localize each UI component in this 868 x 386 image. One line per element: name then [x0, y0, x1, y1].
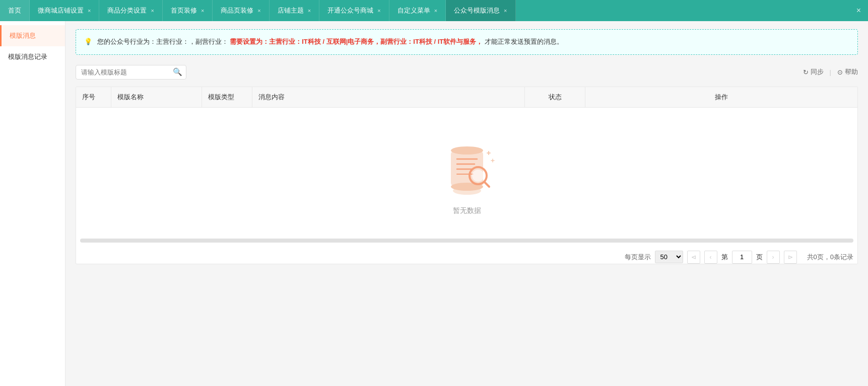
search-left: 🔍 [76, 65, 186, 80]
empty-state: 暂无数据 [76, 108, 857, 236]
scrollbar-area[interactable] [76, 236, 857, 246]
th-status: 状态 [525, 87, 585, 107]
search-input-wrap: 🔍 [76, 65, 186, 80]
nav-tab-template-msg[interactable]: 公众号模版消息 × [446, 0, 515, 21]
table-header: 序号 模版名称 模版类型 消息内容 状态 操作 [76, 87, 857, 108]
page-input[interactable] [732, 251, 752, 264]
scrollbar-track[interactable] [80, 239, 853, 243]
pagination-bar: 每页显示 50 10 20 100 ⊲ ‹ 第 页 › ⊳ 共0页，0条记录 [76, 246, 857, 264]
search-right: ↻ 同步 | ⊙ 帮助 [803, 67, 858, 76]
search-bar: 🔍 ↻ 同步 | ⊙ 帮助 [76, 65, 858, 80]
table-wrap: 序号 模版名称 模版类型 消息内容 状态 操作 [76, 87, 858, 264]
empty-illustration [437, 138, 497, 198]
page-next-button[interactable]: › [767, 251, 780, 264]
bulb-icon: 💡 [84, 38, 92, 45]
sync-button[interactable]: ↻ 同步 [803, 67, 824, 76]
close-all-tabs[interactable]: × [849, 6, 868, 15]
help-icon: ⊙ [837, 68, 843, 76]
svg-point-2 [451, 146, 483, 155]
nav-tab-home-decor[interactable]: 首页装修 × [163, 0, 213, 21]
nav-tab-store-settings[interactable]: 微商城店铺设置 × [30, 0, 99, 21]
nav-tab-home[interactable]: 首页 [0, 0, 30, 21]
close-tab-store-settings[interactable]: × [88, 8, 91, 14]
svg-line-10 [484, 182, 489, 187]
content-area: 💡 您的公众号行业为：主营行业：，副营行业： 需要设置为：主营行业：IT科技 /… [65, 21, 868, 386]
th-action: 操作 [585, 87, 857, 107]
help-button[interactable]: ⊙ 帮助 [837, 67, 858, 76]
close-tab-theme[interactable]: × [308, 8, 311, 14]
close-tab-custom-menu[interactable]: × [434, 8, 437, 14]
page-first-button[interactable]: ⊲ [687, 251, 700, 264]
page-size-select[interactable]: 50 10 20 100 [655, 251, 683, 263]
sidebar-item-template-msg-log[interactable]: 模版消息记录 [0, 46, 65, 67]
nav-tab-custom-menu[interactable]: 自定义菜单 × [389, 0, 446, 21]
page-prev-button[interactable]: ‹ [704, 251, 717, 264]
main-layout: 模版消息 模版消息记录 💡 您的公众号行业为：主营行业：，副营行业： 需要设置为… [0, 21, 868, 386]
search-input[interactable] [76, 65, 186, 80]
page-last-button[interactable]: ⊳ [784, 251, 797, 264]
close-tab-template-msg[interactable]: × [504, 8, 507, 14]
close-tab-open-mall[interactable]: × [377, 8, 380, 14]
th-seq: 序号 [76, 87, 111, 107]
search-icon[interactable]: 🔍 [173, 67, 182, 76]
divider: | [830, 68, 831, 76]
nav-tab-theme[interactable]: 店铺主题 × [270, 0, 319, 21]
close-tab-category[interactable]: × [151, 8, 154, 14]
empty-text: 暂无数据 [453, 206, 481, 215]
th-type: 模版类型 [202, 87, 252, 107]
close-tab-product-decor[interactable]: × [257, 8, 260, 14]
sidebar-item-template-msg[interactable]: 模版消息 [0, 25, 65, 46]
nav-tab-product-decor[interactable]: 商品页装修 × [213, 0, 269, 21]
sidebar: 模版消息 模版消息记录 [0, 21, 65, 386]
top-nav: 首页 微商城店铺设置 × 商品分类设置 × 首页装修 × 商品页装修 × 店铺主… [0, 0, 868, 21]
sync-icon: ↻ [803, 68, 809, 76]
th-name: 模版名称 [111, 87, 202, 107]
notice-box: 💡 您的公众号行业为：主营行业：，副营行业： 需要设置为：主营行业：IT科技 /… [76, 29, 858, 55]
nav-tab-category-settings[interactable]: 商品分类设置 × [99, 0, 162, 21]
close-tab-home-decor[interactable]: × [201, 8, 204, 14]
nav-tab-open-mall[interactable]: 开通公众号商城 × [319, 0, 389, 21]
th-content: 消息内容 [252, 87, 525, 107]
svg-point-9 [472, 170, 484, 182]
